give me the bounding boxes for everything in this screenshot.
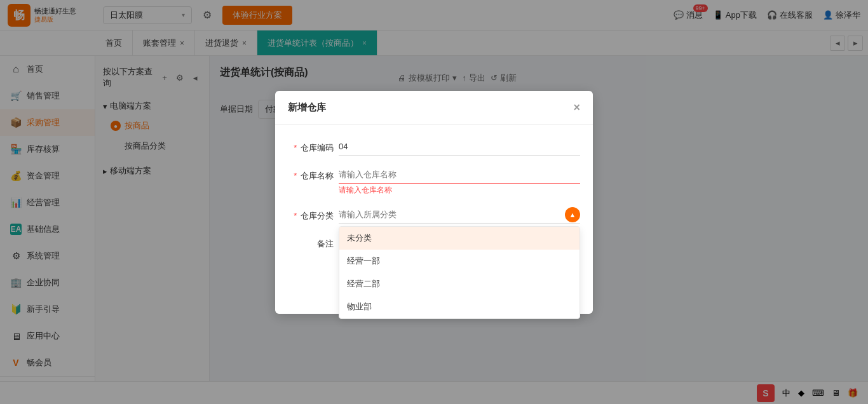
form-label-category: * 仓库分类: [288, 206, 339, 222]
add-warehouse-modal: 新增仓库 × * 仓库编码 * 仓库名称: [275, 91, 593, 314]
dropdown-option-uncategorized[interactable]: 未分类: [339, 227, 580, 250]
modal-title: 新增仓库: [288, 102, 326, 114]
category-select-wrap: ▲ 未分类 经营一部 经营二部 物业部: [339, 206, 580, 224]
dropdown-option-dept2[interactable]: 经营二部: [339, 273, 580, 295]
modal-overlay: 新增仓库 × * 仓库编码 * 仓库名称: [0, 0, 868, 404]
dropdown-option-dept1[interactable]: 经营一部: [339, 250, 580, 273]
category-input[interactable]: [339, 206, 580, 224]
warehouse-code-input[interactable]: [339, 138, 580, 156]
modal-body: * 仓库编码 * 仓库名称 请输入仓库名称: [275, 125, 593, 274]
form-label-remark: 备注: [288, 234, 339, 250]
form-row-code: * 仓库编码: [288, 138, 580, 156]
category-dropdown: 未分类 经营一部 经营二部 物业部: [339, 226, 580, 319]
form-label-name: * 仓库名称: [288, 166, 339, 182]
name-error-message: 请输入仓库名称: [339, 185, 580, 196]
form-label-code: * 仓库编码: [288, 138, 339, 154]
form-row-name: * 仓库名称 请输入仓库名称: [288, 166, 580, 196]
warehouse-name-input[interactable]: [339, 166, 580, 184]
modal-close-button[interactable]: ×: [573, 101, 580, 114]
name-error-area: 请输入仓库名称: [288, 184, 580, 196]
form-row-category: * 仓库分类 ▲ 未分类 经营一部 经营二部 物业部: [288, 206, 580, 224]
modal-header: 新增仓库 ×: [275, 91, 593, 125]
category-arrow-button[interactable]: ▲: [565, 207, 580, 222]
dropdown-option-property[interactable]: 物业部: [339, 295, 580, 318]
